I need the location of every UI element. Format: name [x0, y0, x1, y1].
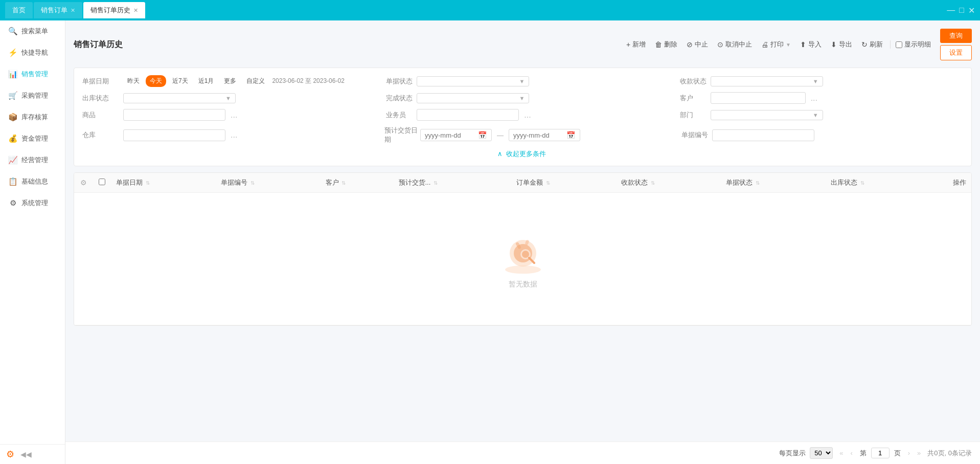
- tab-sales-order-history[interactable]: 销售订单历史 ✕: [83, 2, 145, 18]
- th-amount-sort[interactable]: ⇅: [546, 180, 550, 186]
- prev-button[interactable]: ‹: [848, 448, 855, 458]
- refresh-icon: ↻: [861, 40, 868, 49]
- salesperson-dots-button[interactable]: ...: [524, 111, 531, 120]
- refresh-button[interactable]: ↻ 刷新: [859, 40, 885, 49]
- delete-label: 删除: [664, 40, 677, 49]
- tab-sales-order[interactable]: 销售订单 ✕: [34, 2, 82, 18]
- select-all-checkbox[interactable]: [99, 179, 105, 185]
- show-details-checkbox[interactable]: 显示明细: [896, 40, 931, 49]
- filter-card: 单据日期 昨天 今天 近7天 近1月 更多 自定义 2023-06-02 至 2…: [74, 68, 972, 166]
- stop-button[interactable]: ⊘ 中止: [685, 40, 710, 49]
- next-button[interactable]: ›: [905, 448, 913, 458]
- warehouse-dots-button[interactable]: ...: [231, 130, 237, 140]
- date-btn-today[interactable]: 今天: [146, 75, 166, 87]
- warehouse-input[interactable]: [128, 131, 221, 139]
- sidebar-item-quick-nav[interactable]: ⚡ 快捷导航: [0, 42, 65, 63]
- sidebar-item-system[interactable]: ⚙ 系统管理: [0, 192, 65, 214]
- delete-button[interactable]: 🗑 删除: [653, 40, 679, 49]
- sidebar-settings-icon[interactable]: ⚙: [6, 449, 14, 460]
- customer-input[interactable]: [715, 94, 801, 102]
- export-label: 导出: [839, 40, 852, 49]
- print-button[interactable]: 🖨 打印 ▼: [759, 40, 793, 49]
- tab-home-label: 首页: [12, 6, 26, 15]
- print-icon: 🖨: [761, 40, 768, 49]
- th-number-sort[interactable]: ⇅: [250, 180, 255, 186]
- sidebar-item-purchase[interactable]: 🛒 采购管理: [0, 85, 65, 106]
- settings-button[interactable]: 设置: [940, 45, 972, 60]
- salesperson-input[interactable]: [421, 111, 514, 119]
- th-bill-sort[interactable]: ⇅: [756, 180, 760, 186]
- sidebar-item-finance[interactable]: 💰 资金管理: [0, 128, 65, 149]
- bill-number-input[interactable]: [717, 131, 810, 139]
- sidebar-item-basic[interactable]: 📋 基础信息: [0, 171, 65, 192]
- th-payment-sort[interactable]: ⇅: [651, 180, 655, 186]
- per-page-select[interactable]: 50: [810, 447, 833, 459]
- th-delivery-sort[interactable]: ⇅: [860, 180, 864, 186]
- expected-date-to-box: 📅: [509, 129, 580, 141]
- empty-text: 暂无数据: [509, 280, 537, 289]
- th-expected-label: 预计交货...: [399, 179, 431, 186]
- th-date-sort[interactable]: ⇅: [146, 180, 150, 186]
- warehouse-control: ...: [123, 129, 374, 141]
- customer-input-box: [711, 92, 806, 104]
- window-min-button[interactable]: —: [947, 6, 955, 15]
- sidebar-item-sales[interactable]: 📊 销售管理: [0, 63, 65, 85]
- main-layout: 🔍 搜索菜单 ⚡ 快捷导航 📊 销售管理 🛒 采购管理 📦 库存核算 💰 资金管…: [0, 20, 980, 464]
- window-close-button[interactable]: ✕: [968, 6, 975, 15]
- toolbar: + 新增 🗑 删除 ⊘ 中止 ⊙ 取消中止: [624, 29, 972, 60]
- th-customer-label: 客户: [326, 179, 339, 186]
- page-label: 第: [857, 448, 869, 459]
- filter-row-2: 出库状态 ▼ 完成状态 ▼ 客户: [82, 92, 963, 104]
- tab-sales-order-history-close[interactable]: ✕: [133, 7, 138, 14]
- sidebar-item-operations[interactable]: 📈 经营管理: [0, 149, 65, 171]
- sidebar-collapse-icon[interactable]: ◀◀: [20, 450, 32, 458]
- product-dots-button[interactable]: ...: [231, 111, 237, 120]
- th-customer-sort[interactable]: ⇅: [341, 180, 346, 186]
- bill-status-select[interactable]: ▼: [417, 76, 529, 86]
- date-btn-custom[interactable]: 自定义: [242, 75, 269, 87]
- sidebar-item-search[interactable]: 🔍 搜索菜单: [0, 20, 65, 42]
- product-input[interactable]: [128, 111, 221, 119]
- date-btn-yesterday[interactable]: 昨天: [123, 75, 144, 87]
- th-date-label: 单据日期: [116, 179, 143, 186]
- collapse-row[interactable]: ∧ 收起更多条件: [82, 149, 963, 159]
- show-details-input[interactable]: [896, 41, 902, 48]
- date-btn-7days[interactable]: 近7天: [168, 75, 192, 87]
- complete-status-select[interactable]: ▼: [417, 93, 529, 103]
- page-input[interactable]: [871, 448, 890, 458]
- tab-sales-order-close[interactable]: ✕: [71, 7, 75, 14]
- department-select[interactable]: ▼: [711, 110, 823, 120]
- add-button[interactable]: + 新增: [624, 40, 648, 49]
- th-expected-sort[interactable]: ⇅: [434, 180, 438, 186]
- th-amount: 订单金额 ⇅: [511, 173, 616, 193]
- cancel-stop-button[interactable]: ⊙ 取消中止: [715, 40, 754, 49]
- expected-date-to[interactable]: [513, 131, 564, 139]
- next-next-button[interactable]: »: [915, 448, 923, 458]
- sidebar-item-search-label: 搜索菜单: [21, 27, 48, 36]
- bill-status-label: 单据状态: [376, 77, 417, 86]
- export-button[interactable]: ⬇ 导出: [829, 40, 854, 49]
- sales-icon: 📊: [8, 70, 17, 79]
- window-max-button[interactable]: □: [959, 6, 964, 15]
- tab-home[interactable]: 首页: [5, 2, 33, 18]
- payment-status-select[interactable]: ▼: [711, 76, 823, 86]
- prev-prev-button[interactable]: «: [837, 448, 846, 458]
- department-arrow: ▼: [813, 112, 818, 118]
- operations-icon: 📈: [8, 156, 17, 165]
- calendar-to-icon[interactable]: 📅: [566, 131, 575, 139]
- calendar-from-icon[interactable]: 📅: [478, 131, 487, 139]
- expected-date-from[interactable]: [425, 131, 476, 139]
- customer-dots-button[interactable]: ...: [811, 94, 817, 103]
- delivery-status-select[interactable]: ▼: [123, 93, 236, 103]
- search-icon: 🔍: [8, 27, 17, 36]
- query-button[interactable]: 查询: [940, 29, 972, 43]
- date-btn-1month[interactable]: 近1月: [194, 75, 218, 87]
- total-info: 共0页, 0条记录: [927, 449, 972, 458]
- th-delivery: 出库状态 ⇅: [826, 173, 930, 193]
- import-icon: ⬆: [800, 40, 806, 49]
- sidebar-item-quick-nav-label: 快捷导航: [21, 48, 48, 57]
- sidebar-item-inventory[interactable]: 📦 库存核算: [0, 106, 65, 128]
- date-btn-more[interactable]: 更多: [220, 75, 240, 87]
- table-settings-icon[interactable]: ⚙: [80, 179, 87, 187]
- import-button[interactable]: ⬆ 导入: [798, 40, 824, 49]
